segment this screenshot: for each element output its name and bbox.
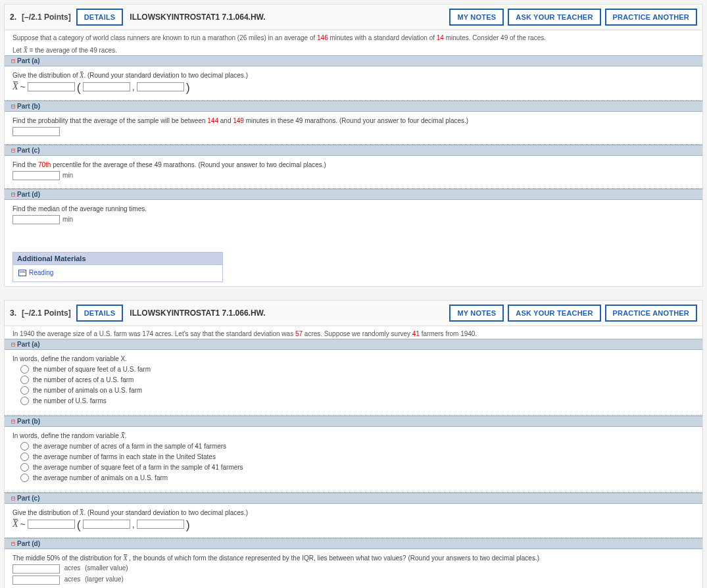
- open-paren: (: [77, 520, 81, 529]
- median-input[interactable]: [12, 215, 60, 224]
- iqr-upper-input[interactable]: [12, 576, 60, 585]
- prompt-text: In words, define the random variable X.: [12, 355, 695, 362]
- part-b-header[interactable]: ⊟Part (b): [5, 416, 702, 427]
- xbar-symbol: X: [12, 82, 18, 92]
- part-d-header[interactable]: ⊟Part (d): [5, 538, 702, 549]
- value-1: 144: [207, 117, 218, 124]
- collapse-icon: ⊟: [11, 540, 15, 547]
- part-c-header[interactable]: ⊟Part (c): [5, 493, 702, 504]
- part-b-header[interactable]: ⊟Part (b): [5, 101, 702, 112]
- prompt-text: , the bounds of which form the distance …: [129, 554, 539, 562]
- question-number: 3.: [10, 308, 16, 318]
- radio-option[interactable]: the number of square feet of a U.S. farm: [20, 365, 695, 374]
- prompt-text: (Round your standard deviation to two de…: [87, 72, 248, 79]
- option-label: the average number of animals on a U.S. …: [33, 474, 168, 481]
- radio-option[interactable]: the average number of animals on a U.S. …: [20, 474, 695, 482]
- collapse-icon: ⊟: [11, 103, 15, 110]
- practice-another-button[interactable]: PRACTICE ANOTHER: [605, 9, 697, 26]
- question-reference: ILLOWSKYINTROSTAT1 7.1.066.HW.: [130, 308, 265, 318]
- radio-input[interactable]: [20, 376, 29, 384]
- radio-input[interactable]: [20, 442, 29, 451]
- dist-name-input[interactable]: [28, 520, 75, 529]
- question-header: 2. [–/2.1 Points] DETAILS ILLOWSKYINTROS…: [5, 5, 702, 30]
- my-notes-button[interactable]: MY NOTES: [449, 9, 504, 26]
- question-2: 2. [–/2.1 Points] DETAILS ILLOWSKYINTROS…: [4, 4, 703, 287]
- practice-another-button[interactable]: PRACTICE ANOTHER: [605, 305, 697, 322]
- part-label: Part (d): [17, 191, 40, 198]
- radio-option[interactable]: the number of animals on a U.S. farm: [20, 386, 695, 395]
- intro-text: In 1940 the average size of a U.S. farm …: [12, 330, 295, 337]
- dist-mean-input[interactable]: [83, 82, 130, 91]
- dist-sd-input[interactable]: [137, 520, 184, 529]
- intro-text: minutes. Consider 49 of the races.: [444, 34, 546, 41]
- header-actions: MY NOTES ASK YOUR TEACHER PRACTICE ANOTH…: [449, 305, 697, 322]
- ebook-icon: [18, 270, 26, 276]
- details-button[interactable]: DETAILS: [76, 9, 124, 26]
- radio-option[interactable]: the average number of acres of a farm in…: [20, 442, 695, 451]
- dist-sd-input[interactable]: [137, 82, 184, 91]
- radio-input[interactable]: [20, 453, 29, 461]
- tilde-symbol: ~: [20, 82, 26, 92]
- prompt-text: Find the probability that the average of…: [12, 117, 207, 124]
- collapse-icon: ⊟: [11, 495, 15, 502]
- question-intro: Suppose that a category of world class r…: [5, 30, 702, 55]
- part-d-body: Find the median of the average running t…: [5, 200, 702, 232]
- intro-text: acres. Suppose we randomly survey: [303, 330, 412, 337]
- prompt-text: and: [218, 117, 233, 124]
- dist-name-input[interactable]: [28, 82, 75, 91]
- option-label: the number of acres of a U.S. farm: [33, 376, 134, 383]
- reading-link[interactable]: Reading: [18, 269, 53, 276]
- intro-text: minutes with a standard deviation of: [328, 34, 437, 41]
- radio-input[interactable]: [20, 474, 29, 482]
- question-3: 3. [–/2.1 Points] DETAILS ILLOWSKYINTROS…: [4, 300, 703, 589]
- radio-input[interactable]: [20, 365, 29, 374]
- radio-input[interactable]: [20, 463, 29, 472]
- prompt-text: Find the median of the average running t…: [12, 205, 147, 212]
- question-number: 2.: [10, 12, 16, 22]
- part-d-header[interactable]: ⊟Part (d): [5, 189, 702, 200]
- my-notes-button[interactable]: MY NOTES: [449, 305, 504, 322]
- radio-input[interactable]: [20, 397, 29, 405]
- value-2: 149: [233, 117, 244, 124]
- header-actions: MY NOTES ASK YOUR TEACHER PRACTICE ANOTH…: [449, 9, 697, 26]
- question-intro: In 1940 the average size of a U.S. farm …: [5, 326, 702, 339]
- radio-option[interactable]: the average number of farms in each stat…: [20, 453, 695, 461]
- iqr-lower-input[interactable]: [12, 564, 60, 574]
- part-label: Part (b): [17, 418, 40, 425]
- details-button[interactable]: DETAILS: [76, 305, 124, 322]
- part-b-body: Find the probability that the average of…: [5, 112, 702, 144]
- prompt-text: In words, define the random variable: [12, 432, 121, 439]
- dist-mean-input[interactable]: [83, 520, 130, 529]
- part-a-header[interactable]: ⊟Part (a): [5, 339, 702, 350]
- part-a-header[interactable]: ⊟Part (a): [5, 55, 702, 66]
- prompt-text: (Round your standard deviation to two de…: [87, 509, 248, 516]
- comma: ,: [132, 82, 135, 92]
- radio-option[interactable]: the number of acres of a U.S. farm: [20, 376, 695, 384]
- part-b-body: In words, define the random variable X. …: [5, 427, 702, 492]
- let-text: Let: [12, 47, 24, 54]
- intro-sd: 14: [437, 34, 444, 41]
- part-c-header[interactable]: ⊟Part (c): [5, 145, 702, 156]
- unit-label: min: [62, 216, 73, 223]
- additional-materials-header: Additional Materials: [13, 253, 222, 265]
- option-label: the average number of acres of a farm in…: [33, 443, 226, 450]
- question-points: [–/2.1 Points]: [22, 308, 71, 318]
- probability-input[interactable]: [12, 127, 60, 136]
- ask-teacher-button[interactable]: ASK YOUR TEACHER: [508, 305, 600, 322]
- intro-text: farmers from 1940.: [420, 330, 477, 337]
- radio-option[interactable]: the number of U.S. farms: [20, 397, 695, 405]
- percentile-input[interactable]: [12, 171, 60, 180]
- let-text: = the average of the 49 races.: [30, 47, 117, 54]
- radio-input[interactable]: [20, 386, 29, 395]
- tilde-symbol: ~: [20, 519, 26, 529]
- intro-text: Suppose that a category of world class r…: [12, 34, 317, 41]
- option-label: the number of square feet of a U.S. farm: [33, 366, 151, 373]
- option-label: the number of animals on a U.S. farm: [33, 387, 142, 394]
- part-a-body: Give the distribution of X. (Round your …: [5, 66, 702, 100]
- radio-option[interactable]: the average number of square feet of a f…: [20, 463, 695, 472]
- ask-teacher-button[interactable]: ASK YOUR TEACHER: [508, 9, 600, 26]
- prompt-text: The middle 50% of the distribution for: [12, 554, 123, 562]
- option-label: the average number of square feet of a f…: [33, 464, 243, 471]
- additional-materials: Additional Materials Reading: [12, 252, 223, 282]
- intro-sd: 57: [295, 330, 303, 337]
